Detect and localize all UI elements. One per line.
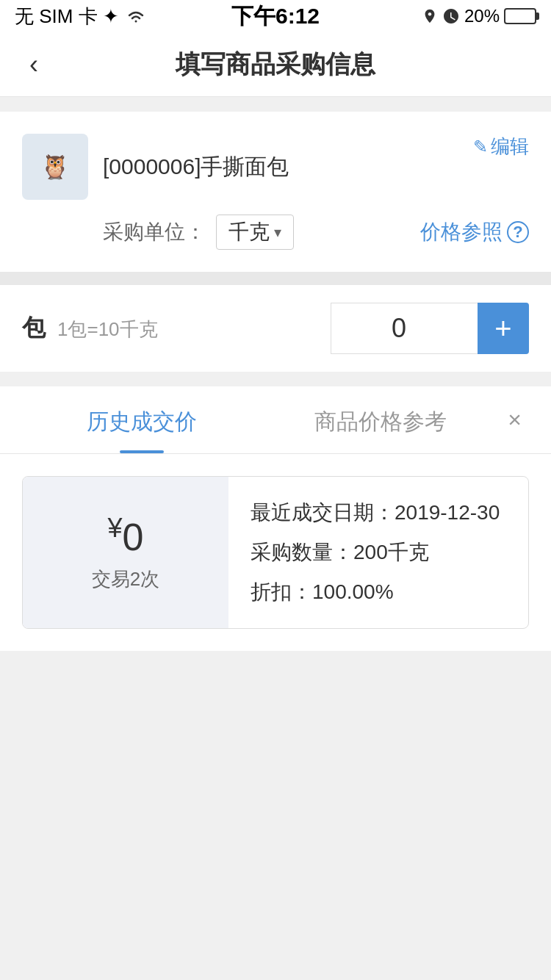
quantity-input-group: + [331,303,529,354]
edit-label: 编辑 [491,134,529,159]
product-unit-row: 采购单位： 千克 ▾ 价格参照 ? [22,215,529,250]
back-button[interactable]: ‹ [22,42,46,87]
status-left: 无 SIM 卡 ✦ [15,4,147,29]
discount-value: 100.00% [312,580,394,603]
history-price-value: ¥0 [108,513,144,559]
price-ref-label: 价格参照 [420,218,503,246]
main-content: ¥0 交易2次 最近成交日期：2019-12-30 采购数量：200千克 折扣：… [0,454,551,651]
tab-history-price[interactable]: 历史成交价 [22,386,262,453]
quantity-unit: 包 [22,312,46,345]
history-section: ¥0 交易2次 最近成交日期：2019-12-30 采购数量：200千克 折扣：… [0,454,551,651]
product-card: 🦉 [0000006]手撕面包 ✎ 编辑 采购单位： 千克 ▾ 价格参照 ? [0,112,551,272]
unit-value: 千克 [228,218,270,246]
product-thumb-icon: 🦉 [40,153,70,181]
divider [0,272,551,285]
discount-label: 折扣： [251,580,312,603]
status-time: 下午6:12 [231,1,320,32]
sim-status: 无 SIM 卡 ✦ [15,4,119,29]
tab-history-price-label: 历史成交价 [87,409,197,433]
purchase-qty-label: 采购数量： [251,541,353,563]
transaction-count: 交易2次 [92,566,159,592]
battery-percent: 20% [464,6,500,26]
tab-product-price-ref[interactable]: 商品价格参考 [262,386,501,453]
product-name: [0000006]手撕面包 [103,152,289,182]
quantity-input[interactable] [331,303,478,354]
status-bar: 无 SIM 卡 ✦ 下午6:12 20% [0,0,551,32]
unit-dropdown-arrow: ▾ [274,223,281,241]
help-icon: ? [507,221,529,243]
history-price-summary: ¥0 交易2次 [23,477,228,628]
wifi-icon [125,8,147,24]
quantity-label-group: 包 1包=10千克 [22,312,158,345]
unit-select[interactable]: 千克 ▾ [216,215,294,250]
unit-label: 采购单位： [103,220,206,243]
unit-section: 采购单位： 千克 ▾ [103,215,294,250]
status-right: 20% [422,6,536,26]
product-header: 🦉 [0000006]手撕面包 ✎ 编辑 [22,134,529,200]
price-number: 0 [123,516,144,558]
discount-row: 折扣：100.00% [251,578,506,606]
purchase-qty-value: 200千克 [353,541,429,563]
quantity-plus-button[interactable]: + [478,303,529,354]
currency-symbol: ¥ [108,513,123,543]
location-icon [422,8,438,24]
quantity-convert-label: 1包=10千克 [57,317,158,342]
battery-icon [504,8,536,24]
quantity-row: 包 1包=10千克 + [0,285,551,372]
edit-icon: ✎ [473,137,488,157]
tabs-bar: 历史成交价 商品价格参考 × [0,386,551,454]
recent-date-row: 最近成交日期：2019-12-30 [251,499,506,527]
history-card: ¥0 交易2次 最近成交日期：2019-12-30 采购数量：200千克 折扣：… [22,476,529,629]
page-title: 填写商品采购信息 [176,48,375,82]
tab-product-price-ref-label: 商品价格参考 [314,409,447,433]
product-left: 🦉 [0000006]手撕面包 [22,134,289,200]
product-thumbnail: 🦉 [22,134,88,200]
price-reference-button[interactable]: 价格参照 ? [420,218,529,246]
history-details: 最近成交日期：2019-12-30 采购数量：200千克 折扣：100.00% [228,477,528,628]
recent-date-label: 最近成交日期： [251,501,395,524]
nav-bar: ‹ 填写商品采购信息 [0,32,551,97]
edit-button[interactable]: ✎ 编辑 [473,134,529,159]
tab-close-button[interactable]: × [500,399,529,441]
purchase-qty-row: 采购数量：200千克 [251,538,506,566]
alarm-icon [442,7,460,25]
recent-date-value: 2019-12-30 [395,501,500,524]
